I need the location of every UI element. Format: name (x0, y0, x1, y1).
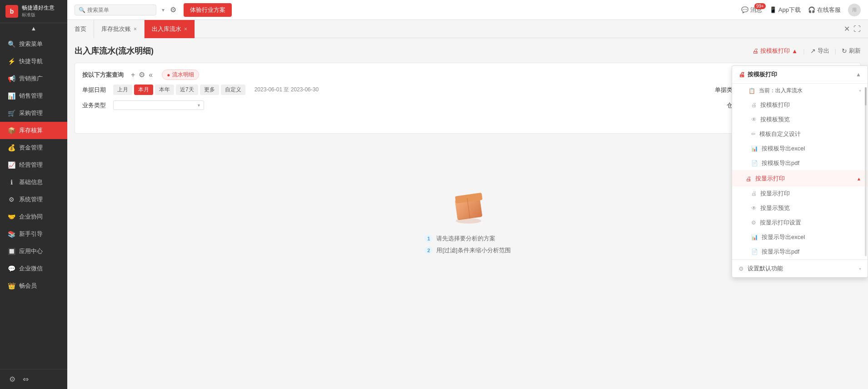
filter-btn-this-year[interactable]: 本年 (155, 85, 174, 95)
sidebar-item-system[interactable]: ⚙ 系统管理 (0, 191, 67, 208)
tab-inout-flow-label: 出入库流水 (152, 25, 181, 33)
sidebar-scroll-up[interactable]: ▲ (0, 23, 67, 34)
trial-button[interactable]: 体验行业方案 (184, 3, 232, 17)
tabs-bar: 首页 库存批次账 × 出入库流水 × ✕ ⛶ (67, 20, 868, 38)
sidebar-item-label-inventory: 库存核算 (19, 126, 43, 135)
filter-btn-7days[interactable]: 近7天 (176, 85, 198, 95)
export-button[interactable]: ↗ 导出 (810, 47, 829, 55)
tab-expand-icon[interactable]: ⛶ (853, 25, 861, 33)
tab-batch-ledger-label: 库存批次账 (101, 25, 131, 33)
sidebar-item-app-center[interactable]: 🔲 应用中心 (0, 243, 67, 260)
tab-home[interactable]: 首页 (67, 20, 94, 38)
basic-info-icon: ℹ (7, 178, 15, 186)
display-export-pdf-label: 按显示导出pdf (762, 248, 799, 256)
tab-inout-flow-close[interactable]: × (184, 26, 187, 32)
sidebar-item-inventory[interactable]: 📦 库存核算 (0, 122, 67, 139)
filter-btn-more[interactable]: 更多 (200, 85, 219, 95)
print-template-button[interactable]: 🖨 按模板打印 ▲ (752, 47, 798, 55)
dropdown-item-template-preview[interactable]: 👁 按模板预览 (732, 112, 868, 127)
dropdown-item-template-print[interactable]: 🖨 按模板打印 (732, 98, 868, 112)
topbar-search-input[interactable] (87, 7, 151, 13)
dropdown-display-print-section[interactable]: 🖨 按显示打印 ▲ (732, 171, 868, 186)
filter-quick-btns: 上月 本月 本年 近7天 更多 自定义 (113, 85, 245, 95)
sidebar-nav: 🔍 搜索菜单 ⚡ 快捷导航 📢 营销推广 📊 销售管理 🛒 采购管理 📦 (0, 34, 67, 369)
sidebar-item-member[interactable]: 👑 畅会员 (0, 277, 67, 294)
tab-batch-ledger[interactable]: 库存批次账 × (94, 20, 145, 38)
headset-icon: 🎧 (808, 6, 815, 13)
dropdown-item-display-preview[interactable]: 👁 按显示预览 (732, 201, 868, 215)
sidebar-item-guide[interactable]: 📚 新手引导 (0, 225, 67, 243)
app-download-button[interactable]: 📱 App下载 (769, 6, 801, 14)
enterprise-icon: 🤝 (7, 213, 15, 221)
sidebar-item-finance[interactable]: 💰 资金管理 (0, 139, 67, 156)
current-template-arrow-icon: ▾ (859, 88, 861, 93)
dropdown-footer-settings[interactable]: ⚙ 设置默认功能 ▾ (732, 259, 868, 277)
sidebar-item-basic-info[interactable]: ℹ 基础信息 (0, 174, 67, 191)
refresh-button[interactable]: ↻ 刷新 (842, 47, 861, 55)
sidebar-settings-btn[interactable]: ⚙ (9, 375, 15, 384)
sidebar-item-quick-nav[interactable]: ⚡ 快捷导航 (0, 53, 67, 70)
current-template-icon: 📋 (748, 88, 755, 94)
messages-button[interactable]: 💬 消息 99+ (741, 6, 762, 14)
filter-date-range-text: 2023-06-01 至 2023-06-30 (254, 86, 319, 94)
dropdown-item-template-export-excel[interactable]: 📊 按模板导出excel (732, 141, 868, 156)
filter-business-type-chevron-icon: ▾ (198, 103, 200, 108)
dropdown-item-display-export-pdf[interactable]: 📄 按显示导出pdf (732, 244, 868, 259)
tabs-window-controls: ✕ ⛶ (844, 25, 868, 33)
template-excel-icon: 📊 (751, 145, 758, 152)
filter-btn-last-month[interactable]: 上月 (113, 85, 132, 95)
filter-tag-dot-icon: ● (167, 72, 170, 78)
phone-icon: 📱 (769, 6, 777, 13)
sidebar-item-sales[interactable]: 📊 销售管理 (0, 87, 67, 105)
sidebar-item-operations[interactable]: 📈 经营管理 (0, 156, 67, 174)
filter-btn-this-month[interactable]: 本月 (134, 85, 153, 95)
dropdown-current-template[interactable]: 📋 当前：出入库流水 ▾ (732, 84, 868, 98)
filter-collapse-icon[interactable]: « (149, 71, 153, 79)
topbar-chevron-icon[interactable]: ▾ (162, 7, 165, 13)
wechat-icon: 💬 (7, 264, 15, 273)
dropdown-item-display-export-excel[interactable]: 📊 按显示导出excel (732, 230, 868, 244)
dropdown-item-display-settings[interactable]: ⚙ 按显示打印设置 (732, 215, 868, 230)
filter-settings-icon[interactable]: ⚙ (139, 70, 145, 79)
sidebar-item-search[interactable]: 🔍 搜索菜单 (0, 35, 67, 53)
sidebar-item-enterprise[interactable]: 🤝 企业协同 (0, 208, 67, 225)
template-export-pdf-label: 按模板导出pdf (762, 159, 799, 167)
template-export-excel-label: 按模板导出excel (762, 145, 805, 153)
purchase-icon: 🛒 (7, 109, 15, 117)
print-template-label: 按模板打印 (760, 47, 790, 55)
filter-btn-custom[interactable]: 自定义 (221, 85, 245, 95)
filter-add-icon[interactable]: + (131, 71, 135, 79)
online-service-label: 在线客服 (817, 6, 841, 14)
main-area: 🔍 ▾ ⚙ 体验行业方案 💬 消息 99+ 📱 App下载 🎧 在 (67, 0, 868, 389)
display-print-icon: 🖨 (751, 190, 757, 197)
quick-nav-icon: ⚡ (7, 57, 15, 65)
sidebar-collapse-btn[interactable]: ⇔ (23, 375, 29, 384)
sales-icon: 📊 (7, 92, 15, 100)
sidebar-item-label-operations: 经营管理 (19, 161, 43, 169)
dropdown-item-template-export-pdf[interactable]: 📄 按模板导出pdf (732, 156, 868, 170)
topbar-search-box[interactable]: 🔍 (75, 5, 156, 15)
sidebar-item-purchase[interactable]: 🛒 采购管理 (0, 105, 67, 122)
display-settings-icon: ⚙ (751, 219, 756, 226)
online-service-button[interactable]: 🎧 在线客服 (808, 6, 841, 14)
filter-business-type-select[interactable]: ▾ (113, 100, 204, 110)
dropdown-header-chevron-icon[interactable]: ▲ (856, 71, 861, 78)
dropdown-item-display-print[interactable]: 🖨 按显示打印 (732, 186, 868, 201)
sidebar-item-wechat[interactable]: 💬 企业微信 (0, 260, 67, 277)
tab-inout-flow[interactable]: 出入库流水 × (145, 20, 195, 38)
dropdown-display-section: 🖨 按显示打印 👁 按显示预览 ⚙ 按显示打印设置 📊 按显示导出excel (732, 186, 868, 259)
tab-batch-ledger-close[interactable]: × (134, 26, 137, 32)
display-preview-icon: 👁 (751, 205, 757, 211)
tab-close-all-icon[interactable]: ✕ (844, 25, 850, 33)
topbar-gear-icon[interactable]: ⚙ (170, 5, 176, 14)
dropdown-item-template-custom[interactable]: ✏ 模板自定义设计 (732, 127, 868, 141)
filter-tag-label: 流水明细 (172, 71, 194, 79)
filter-tag-item[interactable]: ● 流水明细 (162, 70, 199, 80)
display-print-section-icon: 🖨 (746, 175, 752, 182)
filter-section-label: 按以下方案查询 (82, 71, 124, 79)
footer-settings-label: 设置默认功能 (748, 264, 783, 273)
member-icon: 👑 (7, 282, 15, 290)
user-avatar[interactable]: 用 (848, 4, 861, 16)
sidebar-scroll-down[interactable]: ⚙ ⇔ (0, 369, 67, 389)
sidebar-item-marketing[interactable]: 📢 营销推广 (0, 70, 67, 87)
